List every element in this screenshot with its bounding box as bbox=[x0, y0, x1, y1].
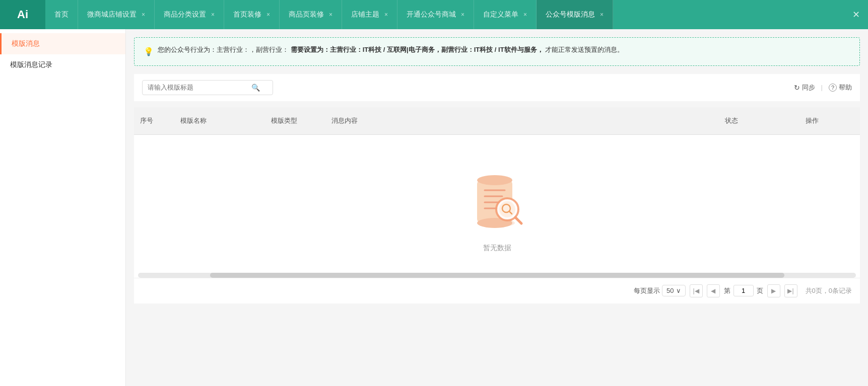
tab-category-settings-label: 商品分类设置 bbox=[164, 10, 206, 19]
first-page-icon: |◀ bbox=[693, 287, 699, 294]
svg-line-10 bbox=[515, 217, 521, 223]
pagination: 每页显示 50 ∨ |◀ ◀ 第 页 ▶ bbox=[134, 278, 860, 303]
top-nav: Ai 首页 微商城店铺设置 × 商品分类设置 × 首页装修 × 商品页装修 × … bbox=[0, 0, 868, 29]
sidebar: 模版消息 模版消息记录 bbox=[0, 29, 126, 386]
svg-point-2 bbox=[477, 175, 512, 185]
tab-store-theme[interactable]: 店铺主题 × bbox=[342, 0, 397, 29]
page-unit: 页 bbox=[757, 286, 763, 295]
prev-page-button[interactable]: ◀ bbox=[707, 284, 720, 297]
next-page-button[interactable]: ▶ bbox=[767, 284, 780, 297]
search-input[interactable] bbox=[148, 84, 248, 91]
page-size-select: 每页显示 50 ∨ bbox=[634, 285, 685, 296]
tab-store-theme-close[interactable]: × bbox=[384, 11, 388, 18]
tab-product-decoration-close[interactable]: × bbox=[329, 11, 332, 18]
sync-button[interactable]: ↻ 同步 bbox=[794, 83, 815, 92]
tab-home-label: 首页 bbox=[54, 10, 69, 19]
page-size-dropdown[interactable]: 50 ∨ bbox=[662, 285, 685, 296]
total-info: 共0页，0条记录 bbox=[806, 286, 852, 295]
page-size-value: 50 bbox=[666, 287, 674, 294]
search-input-wrap[interactable]: 🔍 bbox=[142, 80, 273, 95]
scrollbar-thumb[interactable] bbox=[210, 273, 784, 278]
chevron-down-icon: ∨ bbox=[676, 287, 681, 294]
tab-custom-menu-label: 自定义菜单 bbox=[483, 10, 518, 19]
tab-category-settings[interactable]: 商品分类设置 × bbox=[155, 0, 224, 29]
tab-home-decoration[interactable]: 首页装修 × bbox=[224, 0, 280, 29]
prev-page-icon: ◀ bbox=[711, 287, 715, 294]
table-wrap: 序号 模版名称 模版类型 消息内容 状态 操作 bbox=[134, 107, 860, 303]
tab-home-decoration-close[interactable]: × bbox=[266, 11, 270, 18]
next-page-icon: ▶ bbox=[771, 287, 776, 294]
col-message-content: 消息内容 bbox=[325, 112, 719, 129]
sidebar-item-template-message-record[interactable]: 模版消息记录 bbox=[0, 54, 125, 75]
tab-template-message[interactable]: 公众号模版消息 × bbox=[537, 0, 613, 29]
content-area: 💡 您的公众号行业为：主营行业：，副营行业： 需要设置为：主营行业：IT科技 /… bbox=[126, 29, 868, 386]
tab-custom-menu-close[interactable]: × bbox=[523, 11, 527, 18]
tab-category-close[interactable]: × bbox=[211, 11, 215, 18]
tab-custom-menu[interactable]: 自定义菜单 × bbox=[474, 0, 537, 29]
table-header: 序号 模版名称 模版类型 消息内容 状态 操作 bbox=[134, 107, 860, 135]
sidebar-item-template-message-record-label: 模版消息记录 bbox=[10, 60, 52, 68]
notice-highlight-text: 需要设置为：主营行业：IT科技 / 互联网|电子商务，副营行业：IT科技 / I… bbox=[291, 46, 544, 53]
col-template-type: 模版类型 bbox=[265, 112, 325, 129]
tab-open-mall-close[interactable]: × bbox=[461, 11, 464, 18]
nav-tabs: 首页 微商城店铺设置 × 商品分类设置 × 首页装修 × 商品页装修 × 店铺主… bbox=[45, 0, 844, 29]
first-page-button[interactable]: |◀ bbox=[690, 284, 703, 297]
tab-shop-settings-label: 微商城店铺设置 bbox=[87, 10, 137, 19]
svg-point-9 bbox=[499, 201, 515, 217]
tab-open-mall[interactable]: 开通公众号商城 × bbox=[397, 0, 474, 29]
help-button[interactable]: ? 帮助 bbox=[829, 83, 852, 92]
page-size-label: 每页显示 bbox=[634, 286, 660, 295]
notice-icon: 💡 bbox=[144, 45, 154, 58]
col-status: 状态 bbox=[719, 112, 799, 129]
page-label: 第 bbox=[724, 286, 730, 295]
help-icon: ? bbox=[829, 84, 837, 92]
sync-icon: ↻ bbox=[794, 84, 800, 92]
last-page-icon: ▶| bbox=[787, 287, 793, 294]
sidebar-item-template-message[interactable]: 模版消息 bbox=[0, 33, 125, 54]
tab-store-theme-label: 店铺主题 bbox=[351, 10, 379, 19]
main-layout: 模版消息 模版消息记录 💡 您的公众号行业为：主营行业：，副营行业： 需要设置为… bbox=[0, 29, 868, 386]
page-number-input[interactable] bbox=[733, 285, 754, 296]
brand-logo: Ai bbox=[0, 0, 45, 29]
last-page-button[interactable]: ▶| bbox=[784, 284, 797, 297]
tab-shop-settings-close[interactable]: × bbox=[142, 11, 145, 18]
tab-shop-settings[interactable]: 微商城店铺设置 × bbox=[78, 0, 155, 29]
close-all-button[interactable]: ✕ bbox=[844, 0, 868, 29]
tab-home[interactable]: 首页 bbox=[45, 0, 78, 29]
empty-state: 暂无数据 bbox=[134, 135, 860, 273]
sidebar-item-template-message-label: 模版消息 bbox=[12, 39, 40, 47]
sync-label: 同步 bbox=[802, 83, 815, 92]
col-index: 序号 bbox=[134, 112, 174, 129]
page-input: 第 页 bbox=[724, 285, 763, 296]
tab-product-decoration-label: 商品页装修 bbox=[289, 10, 324, 19]
notice-text: 您的公众号行业为：主营行业：，副营行业： 需要设置为：主营行业：IT科技 / 互… bbox=[158, 45, 624, 55]
toolbar-right: ↻ 同步 | ? 帮助 bbox=[794, 83, 852, 92]
tab-template-message-label: 公众号模版消息 bbox=[546, 10, 595, 19]
help-label: 帮助 bbox=[839, 83, 852, 92]
col-action: 操作 bbox=[799, 112, 860, 129]
empty-text: 暂无数据 bbox=[483, 244, 511, 253]
notice-banner: 💡 您的公众号行业为：主营行业：，副营行业： 需要设置为：主营行业：IT科技 /… bbox=[134, 37, 860, 66]
tab-template-message-close[interactable]: × bbox=[600, 11, 604, 18]
tab-home-decoration-label: 首页装修 bbox=[233, 10, 261, 19]
tab-product-decoration[interactable]: 商品页装修 × bbox=[280, 0, 342, 29]
empty-illustration bbox=[462, 165, 532, 236]
search-bar: 🔍 ↻ 同步 | ? 帮助 bbox=[134, 74, 860, 101]
search-icon[interactable]: 🔍 bbox=[251, 84, 260, 92]
toolbar-divider: | bbox=[821, 84, 823, 91]
col-template-name: 模版名称 bbox=[174, 112, 265, 129]
scrollbar-track[interactable] bbox=[138, 273, 856, 278]
tab-open-mall-label: 开通公众号商城 bbox=[407, 10, 456, 19]
